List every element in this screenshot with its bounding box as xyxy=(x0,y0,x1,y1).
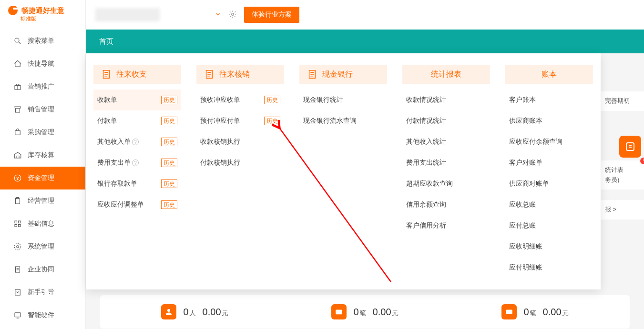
svg-point-12 xyxy=(17,246,19,248)
mega-item-3-1[interactable]: 付款情况统计 xyxy=(402,110,490,131)
mega-item-4-0[interactable]: 客户账本 xyxy=(505,90,593,110)
sidebar-item-12[interactable]: 智能硬件 xyxy=(0,304,85,327)
right-stat-label[interactable]: 统计表 ! 务员) xyxy=(601,160,644,190)
sidebar-item-11[interactable]: 新手引导 xyxy=(0,281,85,304)
tv-icon xyxy=(13,311,22,319)
help-icon[interactable]: ? xyxy=(132,139,139,145)
svg-rect-11 xyxy=(19,225,21,227)
sidebar-item-label: 企业协同 xyxy=(28,265,54,274)
money-icon xyxy=(13,174,22,182)
sidebar-nav: 搜索菜单快捷导航营销推广销售管理采购管理库存核算资金管理经营管理基础信息系统管理… xyxy=(0,30,85,327)
mega-item-label: 付款情况统计 xyxy=(406,117,446,125)
history-tag[interactable]: 历史 xyxy=(161,179,177,188)
mega-item-4-4[interactable]: 供应商对账单 xyxy=(505,173,593,194)
mega-col-1: 往来核销预收冲应收单历史预付冲应付单历史收款核销执行付款核销执行 xyxy=(189,65,292,278)
mega-item-2-1[interactable]: 现金银行流水查询 xyxy=(299,110,387,131)
svg-rect-4 xyxy=(15,130,20,135)
mega-item-label: 应付明细账 xyxy=(509,263,542,272)
mega-item-4-8[interactable]: 应付明细账 xyxy=(505,257,593,278)
mega-header: 往来收支 xyxy=(93,65,181,84)
mega-item-label: 信用余额查询 xyxy=(406,200,446,209)
mega-item-label: 超期应收款查询 xyxy=(406,179,453,188)
mega-item-4-7[interactable]: 应收明细账 xyxy=(505,236,593,257)
mega-item-label: 其他收入统计 xyxy=(406,138,446,146)
mega-header: 账本 xyxy=(505,65,593,84)
sidebar-item-label: 快捷导航 xyxy=(28,60,54,68)
mega-item-0-2[interactable]: 其他收入单?历史 xyxy=(93,131,181,152)
doc-icon xyxy=(307,69,317,80)
shop-icon xyxy=(13,105,22,114)
sidebar-item-6[interactable]: 资金管理 xyxy=(0,167,85,189)
mega-item-0-5[interactable]: 应收应付调整单历史 xyxy=(93,194,181,215)
sidebar-item-1[interactable]: 快捷导航 xyxy=(0,52,85,75)
history-tag[interactable]: 历史 xyxy=(161,159,177,167)
history-tag[interactable]: 历史 xyxy=(161,200,177,209)
help-icon[interactable]: ? xyxy=(132,160,139,166)
right-hint-1[interactable]: 完善期初 xyxy=(601,91,644,111)
mega-item-3-0[interactable]: 收款情况统计 xyxy=(402,90,490,110)
sidebar-item-10[interactable]: 企业协同 xyxy=(0,258,85,281)
mega-item-4-6[interactable]: 应付总账 xyxy=(505,215,593,236)
mega-item-3-2[interactable]: 其他收入统计 xyxy=(402,131,490,152)
history-tag[interactable]: 历史 xyxy=(161,117,177,125)
grid-icon xyxy=(13,219,22,228)
sidebar-item-9[interactable]: 系统管理 xyxy=(0,235,85,258)
tab-home[interactable]: 首页 xyxy=(95,37,117,46)
svg-rect-8 xyxy=(15,221,17,223)
mega-item-label: 费用支出统计 xyxy=(406,159,446,167)
sidebar-item-5[interactable]: 库存核算 xyxy=(0,144,85,167)
search-icon xyxy=(13,37,22,45)
mega-item-label: 应收应付调整单 xyxy=(97,200,144,209)
mega-item-0-4[interactable]: 银行存取款单历史 xyxy=(93,173,181,194)
mega-item-1-1[interactable]: 预付冲应付单历史 xyxy=(196,110,284,131)
mega-item-label: 预收冲应收单 xyxy=(200,96,240,104)
right-stat-icon[interactable] xyxy=(619,136,641,158)
right-report-link[interactable]: 报 > xyxy=(601,200,644,219)
svg-rect-28 xyxy=(506,311,513,312)
card-icon xyxy=(501,304,517,319)
mega-items: 现金银行统计现金银行流水查询 xyxy=(299,90,387,131)
sidebar-item-8[interactable]: 基础信息 xyxy=(0,212,85,235)
history-tag[interactable]: 历史 xyxy=(264,96,280,104)
mega-item-0-0[interactable]: 收款单历史 xyxy=(93,90,181,110)
svg-rect-9 xyxy=(19,221,21,223)
mega-header: 往来核销 xyxy=(196,65,284,84)
mega-item-2-0[interactable]: 现金银行统计 xyxy=(299,90,387,110)
sidebar-item-label: 经营管理 xyxy=(28,197,54,205)
mega-item-3-4[interactable]: 超期应收款查询 xyxy=(402,173,490,194)
sidebar-item-7[interactable]: 经营管理 xyxy=(0,189,85,212)
mega-item-1-3[interactable]: 付款核销执行 xyxy=(196,152,284,173)
sidebar-item-0[interactable]: 搜索菜单 xyxy=(0,30,85,52)
history-tag[interactable]: 历史 xyxy=(264,117,280,125)
gear-icon[interactable] xyxy=(228,10,237,20)
note-icon xyxy=(13,265,22,274)
mega-item-1-2[interactable]: 收款核销执行 xyxy=(196,131,284,152)
svg-rect-27 xyxy=(506,310,513,314)
sidebar-item-4[interactable]: 采购管理 xyxy=(0,121,85,144)
mega-item-4-3[interactable]: 客户对账单 xyxy=(505,152,593,173)
svg-point-13 xyxy=(14,243,21,250)
mega-item-3-6[interactable]: 客户信用分析 xyxy=(402,215,490,236)
mega-item-label: 供应商对账单 xyxy=(509,179,549,188)
svg-point-20 xyxy=(232,13,234,15)
mega-item-4-2[interactable]: 应收应付余额查询 xyxy=(505,131,593,152)
mega-item-3-5[interactable]: 信用余额查询 xyxy=(402,194,490,215)
cart-icon xyxy=(13,128,22,137)
mega-item-4-1[interactable]: 供应商账本 xyxy=(505,110,593,131)
svg-rect-14 xyxy=(16,267,20,272)
warehouse-icon xyxy=(13,151,22,160)
mega-item-3-3[interactable]: 费用支出统计 xyxy=(402,152,490,173)
history-tag[interactable]: 历史 xyxy=(161,138,177,146)
mega-item-4-5[interactable]: 应收总账 xyxy=(505,194,593,215)
content-area: 首页 往来收支收款单历史付款单历史其他收入单?历史费用支出单?历史银行存取款单历… xyxy=(86,30,644,329)
mega-item-0-1[interactable]: 付款单历史 xyxy=(93,110,181,131)
mega-item-0-3[interactable]: 费用支出单?历史 xyxy=(93,152,181,173)
sidebar-item-2[interactable]: 营销推广 xyxy=(0,75,85,98)
sidebar: 畅捷通好生意 标准版 搜索菜单快捷导航营销推广销售管理采购管理库存核算资金管理经… xyxy=(0,0,86,329)
industry-plan-button[interactable]: 体验行业方案 xyxy=(244,7,299,23)
chevron-down-icon[interactable] xyxy=(215,11,221,19)
sidebar-item-3[interactable]: 销售管理 xyxy=(0,98,85,121)
svg-point-0 xyxy=(15,38,19,42)
history-tag[interactable]: 历史 xyxy=(161,96,177,104)
mega-item-1-0[interactable]: 预收冲应收单历史 xyxy=(196,90,284,110)
